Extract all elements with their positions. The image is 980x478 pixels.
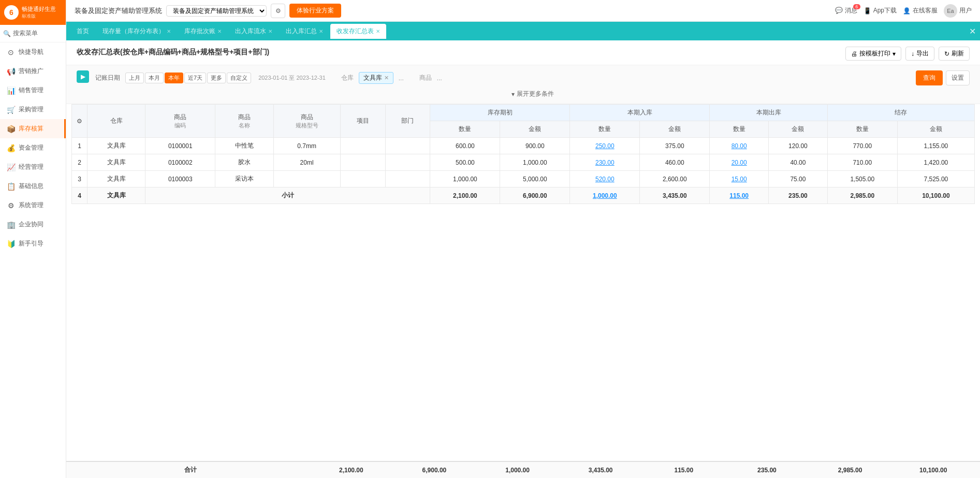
col-out-amt: 金额 [769, 121, 828, 138]
sidebar-item-guide[interactable]: 🔰 新手引导 [0, 234, 66, 253]
tab-stock-dist-close[interactable]: ✕ [167, 28, 171, 34]
row-out-qty[interactable]: 20.00 [710, 154, 769, 171]
guide-icon: 🔰 [6, 240, 16, 248]
date-range-display: 2023-01-01 至 2023-12-31 [258, 74, 326, 82]
sidebar-item-sales[interactable]: 📊 销售管理 [0, 81, 66, 100]
subtotal-warehouse: 文具库 [87, 187, 145, 204]
date-btn-more[interactable]: 更多 [207, 73, 226, 83]
warehouse-ellipsis[interactable]: ... [399, 75, 404, 82]
sidebar-item-operation[interactable]: 📈 经营管理 [0, 157, 66, 177]
tab-bar: 首页 现存量（库存分布表） ✕ 库存批次账 ✕ 出入库流水 ✕ 出入库汇总 ✕ … [66, 22, 980, 40]
sidebar-item-quick-nav[interactable]: ⊙ 快捷导航 [0, 42, 66, 62]
tab-recv-send[interactable]: 收发存汇总表 ✕ [330, 24, 386, 39]
sidebar-item-label: 经营管理 [19, 163, 43, 171]
message-badge-container[interactable]: 💬 消息 6 [835, 6, 857, 15]
setting-button[interactable]: 设置 [946, 70, 970, 85]
col-code: 商品编码 [145, 105, 215, 138]
gear-icon: ⚙ [275, 7, 281, 15]
print-label: 按模板打印 [859, 49, 890, 58]
sidebar-item-basic[interactable]: 📋 基础信息 [0, 177, 66, 196]
tab-inout-flow[interactable]: 出入库流水 ✕ [229, 24, 279, 39]
subtotal-in-qty[interactable]: 1,000.00 [570, 187, 640, 204]
row-out-qty[interactable]: 15.00 [710, 171, 769, 187]
inventory-icon: 📦 [6, 125, 16, 133]
tab-batch-close[interactable]: ✕ [217, 28, 222, 34]
expand-more-conditions[interactable]: ▾ 展开更多条件 [511, 90, 554, 98]
filter-collapse-btn[interactable]: ▶ [77, 70, 89, 83]
system-selector[interactable]: 装备及固定资产辅助管理系统 [166, 5, 267, 17]
row-bal-amt: 1,155.00 [897, 138, 974, 154]
online-service[interactable]: 👤 在线客服 [903, 6, 938, 15]
warehouse-tag-close[interactable]: ✕ [384, 75, 389, 81]
sidebar-item-purchase[interactable]: 🛒 采购管理 [0, 100, 66, 119]
sidebar-item-enterprise[interactable]: 🏢 企业协同 [0, 215, 66, 234]
sidebar-item-label: 系统管理 [19, 201, 43, 210]
col-dept: 部门 [385, 105, 430, 138]
date-btn-this-month[interactable]: 本月 [145, 73, 164, 83]
refresh-button[interactable]: ↻ 刷新 [939, 47, 970, 61]
date-btn-this-year[interactable]: 本年 [165, 73, 183, 83]
tab-inout-flow-close[interactable]: ✕ [268, 28, 272, 34]
user-label: 用户 [959, 6, 972, 15]
sidebar-item-finance[interactable]: 💰 资金管理 [0, 138, 66, 157]
message-icon: 💬 [835, 7, 843, 14]
export-label: 导出 [916, 49, 929, 58]
row-out-qty[interactable]: 80.00 [710, 138, 769, 154]
tab-recv-send-close[interactable]: ✕ [376, 28, 380, 34]
sidebar-item-system[interactable]: ⚙ 系统管理 [0, 196, 66, 215]
close-all-tabs[interactable]: ✕ [969, 26, 976, 36]
tab-home[interactable]: 首页 [70, 24, 95, 39]
trial-button[interactable]: 体验行业方案 [289, 4, 341, 18]
chevron-down-icon: ▾ [893, 50, 896, 57]
gear-button[interactable]: ⚙ [271, 4, 285, 18]
col-out-qty: 数量 [710, 121, 769, 138]
date-btn-7days[interactable]: 近7天 [184, 73, 206, 83]
col-warehouse: 仓库 [87, 105, 145, 138]
sidebar-item-label: 企业协同 [19, 220, 43, 229]
row-no: 2 [72, 154, 87, 171]
phone-icon: 📱 [864, 7, 871, 15]
subtotal-init-qty: 2,100.00 [430, 187, 500, 204]
finance-icon: 💰 [6, 144, 16, 152]
service-label: 在线客服 [913, 6, 938, 15]
row-init-amt: 900.00 [500, 138, 570, 154]
app-download[interactable]: 📱 App下载 [864, 6, 897, 15]
row-bal-qty: 1,505.00 [827, 171, 897, 187]
export-button[interactable]: ↓ 导出 [905, 47, 934, 61]
query-button[interactable]: 查询 [916, 70, 943, 85]
col-in-amt: 金额 [640, 121, 710, 138]
print-icon: 🖨 [851, 50, 857, 57]
subtotal-out-amt: 235.00 [769, 187, 828, 204]
sales-icon: 📊 [6, 86, 16, 95]
print-button[interactable]: 🖨 按模板打印 ▾ [845, 47, 901, 61]
tab-inout-summary-close[interactable]: ✕ [319, 28, 323, 34]
sidebar-item-inventory[interactable]: 📦 库存核算 [0, 119, 66, 138]
sidebar-item-marketing[interactable]: 📢 营销推广 [0, 62, 66, 81]
goods-ellipsis[interactable]: ... [437, 75, 442, 82]
row-init-amt: 1,000.00 [500, 154, 570, 171]
col-group-out: 本期出库 [710, 105, 828, 121]
total-out-amt: 235.00 [725, 467, 809, 474]
col-bal-qty: 数量 [827, 121, 897, 138]
topbar: 装备及固定资产辅助管理系统 装备及固定资产辅助管理系统 ⚙ 体验行业方案 💬 消… [66, 0, 980, 22]
subtotal-out-qty[interactable]: 115.00 [710, 187, 769, 204]
row-in-qty[interactable]: 230.00 [570, 154, 640, 171]
date-filter-label: 记账日期 [95, 74, 120, 82]
row-bal-qty: 710.00 [827, 154, 897, 171]
tab-inout-summary[interactable]: 出入库汇总 ✕ [280, 24, 329, 39]
user-menu[interactable]: Ea 用户 [944, 4, 972, 18]
row-in-qty[interactable]: 520.00 [570, 171, 640, 187]
filter-bar: ▶ 记账日期 上月 本月 本年 近7天 更多 自定义 2023-01-01 至 … [66, 65, 980, 104]
tab-batch[interactable]: 库存批次账 ✕ [178, 24, 228, 39]
data-table-wrapper: ⚙ 仓库 商品编码 商品名称 商品规格型号 项目 部门 库存期初 本期入库 本期… [66, 104, 980, 461]
col-settings[interactable]: ⚙ [72, 105, 87, 138]
search-label: 搜索菜单 [13, 29, 38, 38]
total-init-qty: 2,100.00 [310, 467, 393, 474]
service-icon: 👤 [903, 7, 911, 15]
data-table: ⚙ 仓库 商品编码 商品名称 商品规格型号 项目 部门 库存期初 本期入库 本期… [71, 104, 975, 204]
date-btn-custom[interactable]: 自定义 [227, 73, 251, 83]
row-in-qty[interactable]: 250.00 [570, 138, 640, 154]
date-btn-last-month[interactable]: 上月 [125, 73, 144, 83]
tab-stock-dist[interactable]: 现存量（库存分布表） ✕ [96, 24, 177, 39]
sidebar-search[interactable]: 🔍 搜索菜单 [0, 25, 66, 42]
